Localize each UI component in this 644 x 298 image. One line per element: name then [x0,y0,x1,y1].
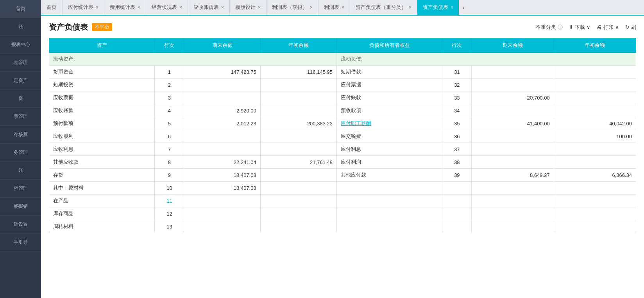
help-icon: ⓘ [558,24,563,31]
l-end-balance [472,130,554,143]
sidebar-item-investment[interactable]: 资 [0,90,41,108]
l-row-num [442,220,472,233]
page-content: 资产负债表 不平衡 不重分类 ⓘ ⬇ 下载 ∨ 🖨 打印 ∨ [41,16,644,298]
liability-label: 短期借款 [336,66,442,79]
tab-profit-quarterly-close[interactable]: × [310,5,313,10]
download-button[interactable]: ⬇ 下载 ∨ [569,24,590,31]
sidebar-item-biz-mgmt[interactable]: 务管理 [0,144,41,162]
sidebar-item-home[interactable]: 首页 [0,0,41,18]
sidebar-item-base-setting[interactable]: 础设置 [0,216,41,234]
print-button[interactable]: 🖨 打印 ∨ [597,24,619,31]
sidebar-item-account[interactable]: 账 [0,18,41,36]
l-row-num: 35 [442,117,472,130]
sidebar-item-fund-mgmt[interactable]: 金管理 [0,54,41,72]
l-year-start [554,207,636,220]
table-header-row: 资产 行次 期末余额 年初余额 负债和所有者权益 行次 期末余额 年初余额 [49,38,636,53]
sidebar-item-guide[interactable]: 手引导 [0,234,41,252]
asset-label: 预付款项 [49,117,155,130]
tab-profit-quarterly[interactable]: 利润表（季报） × [267,0,318,15]
tab-home[interactable]: 首页 [41,0,63,15]
liability-label: 预收款项 [336,104,442,117]
tab-balance-reclassified-close[interactable]: × [409,5,411,10]
download-chevron-icon: ∨ [587,24,590,30]
l-end-balance: 8,649.27 [472,169,554,182]
liability-label: 应付利息 [336,143,442,156]
year-start [260,91,336,104]
year-start [260,207,336,220]
l-year-start [554,79,636,91]
year-start [260,220,336,233]
sidebar-item-report-center[interactable]: 报表中心 [0,36,41,54]
asset-label: 短期投资 [49,79,155,91]
year-start [260,130,336,143]
end-balance: 2,920.00 [184,104,260,117]
tab-ar-aging[interactable]: 应收账龄表 × [188,0,230,15]
tab-ar-aging-label: 应收账龄表 [193,4,219,11]
current-liabilities-label: 流动负债: [336,53,636,66]
sidebar-item-ledger[interactable]: 账 [0,162,41,180]
asset-label: 其中：原材料 [49,182,155,195]
main-area: 首页 应付统计表 × 费用统计表 × 经营状况表 × 应收账龄表 × 模版设计 … [41,0,644,298]
l-year-start [554,91,636,104]
row-num: 1 [155,66,184,79]
table-row: 应收利息 7 应付利息 37 [49,143,636,156]
asset-label: 在产品 [49,195,155,207]
tab-expense-stat-label: 费用统计表 [110,4,135,11]
print-chevron-icon: ∨ [615,24,619,30]
end-balance [184,143,260,156]
tab-expense-stat[interactable]: 费用统计表 × [104,0,146,15]
tab-operation[interactable]: 经营状况表 × [146,0,188,15]
tab-profit[interactable]: 利润表 × [318,0,350,15]
table-row: 货币资金 1 147,423.75 116,145.95 短期借款 31 [49,66,636,79]
row-num: 12 [155,207,184,220]
col-end-balance2: 期末余额 [472,38,554,53]
year-start [260,195,336,207]
table-row: 应收账款 4 2,920.00 预收款项 34 [49,104,636,117]
tab-balance-reclassified[interactable]: 资产负债表（重分类） × [350,0,417,15]
col-end-balance: 期末余额 [184,38,260,53]
l-row-num [442,195,472,207]
col-assets: 资产 [49,38,155,53]
sidebar-item-inventory[interactable]: 存核算 [0,126,41,144]
l-end-balance [472,143,554,156]
liability-label: 应付账款 [336,91,442,104]
sidebar-item-bill-mgmt[interactable]: 票管理 [0,108,41,126]
tab-balance[interactable]: 资产负债表 × [417,0,459,15]
tab-scroll-right[interactable]: › [459,4,467,11]
end-balance [184,130,260,143]
table-row: 在产品 11 [49,195,636,207]
no-reclassify-button[interactable]: 不重分类 ⓘ [536,24,563,31]
end-balance [184,220,260,233]
table-row: 应收票据 3 应付账款 33 20,700.00 [49,91,636,104]
refresh-button[interactable]: ↻ 刷 [625,24,636,31]
row-num: 11 [155,195,184,207]
l-end-balance: 41,400.00 [472,117,554,130]
print-label: 打印 [603,24,614,31]
tab-balance-close[interactable]: × [451,5,453,10]
col-row-num2: 行次 [442,38,472,53]
sidebar-item-archive[interactable]: 档管理 [0,180,41,198]
tab-balance-reclassified-label: 资产负债表（重分类） [356,4,406,11]
row-num: 3 [155,91,184,104]
tab-operation-close[interactable]: × [179,5,182,10]
sidebar-item-fixed-assets[interactable]: 定资产 [0,72,41,90]
liability-label [336,195,442,207]
l-year-start [554,220,636,233]
end-balance: 2,012.23 [184,117,260,130]
tab-ap-stat[interactable]: 应付统计表 × [63,0,104,15]
tab-ar-aging-close[interactable]: × [221,5,224,10]
asset-label: 周转材料 [49,220,155,233]
l-year-start [554,104,636,117]
year-start [260,143,336,156]
tab-expense-stat-close[interactable]: × [138,5,140,10]
tab-ap-stat-close[interactable]: × [96,5,98,10]
l-year-start [554,143,636,156]
tab-profit-close[interactable]: × [342,5,344,10]
tab-template[interactable]: 模版设计 × [230,0,267,15]
col-year-start2: 年初余额 [554,38,636,53]
sidebar-item-expense[interactable]: 畅报销 [0,198,41,216]
row-num: 9 [155,169,184,182]
tab-template-close[interactable]: × [258,5,261,10]
row-num: 2 [155,79,184,91]
refresh-label: 刷 [631,24,636,31]
